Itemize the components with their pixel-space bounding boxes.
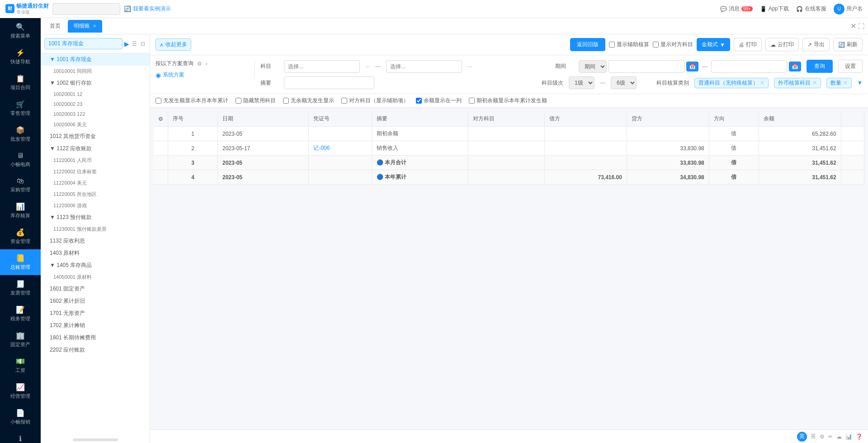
tree-item-1132[interactable]: 1132 应收利息	[41, 235, 150, 247]
panel-collapse-icon[interactable]: ⊡	[140, 40, 146, 48]
btn-return-old[interactable]: 返回旧版	[570, 38, 605, 51]
tab-close-icon[interactable]: ✕	[93, 24, 96, 29]
sidebar-item-retail[interactable]: 🛒 零售管理	[0, 95, 41, 121]
window-expand-btn[interactable]: ⛶	[858, 23, 864, 30]
tree-item-1123[interactable]: ▼ 1123 预付账款	[41, 211, 150, 224]
online-service-btn[interactable]: 🎧 在线客服	[796, 5, 826, 13]
opt-balance-col-label[interactable]: 余额显示在一列	[416, 97, 462, 105]
checkbox-opposite-label[interactable]: 显示对方科目	[653, 41, 693, 48]
opt-opening[interactable]	[469, 98, 475, 104]
opt-opening-label[interactable]: 期初余额显示本年累计发生额	[469, 97, 547, 105]
period-end-input[interactable]: 2023-05	[711, 60, 787, 73]
period-calendar-icon[interactable]: 📅	[686, 62, 698, 71]
user-menu[interactable]: U 用户名	[834, 4, 863, 14]
tree-item-1801[interactable]: 1801 长期待摊费用	[41, 332, 150, 344]
sidebar-item-accounting[interactable]: 📒 总账管理	[0, 249, 41, 275]
btn-refresh[interactable]: 🔄 刷新	[833, 38, 863, 51]
tree-item-1122[interactable]: ▼ 1122 应收账款	[41, 143, 150, 155]
tree-item-14050001[interactable]: 14050001 原材料	[41, 272, 150, 283]
tree-item-10020006[interactable]: 10020006 美元	[41, 119, 150, 130]
tree-item-11220001[interactable]: 11220001 人民币	[41, 155, 150, 166]
top-search-input[interactable]	[52, 3, 120, 15]
opt-hide-disabled-label[interactable]: 隐藏禁用科目	[236, 97, 276, 105]
status-cloud-item[interactable]: ☁	[836, 433, 842, 440]
sidebar-item-shortcut[interactable]: ⚡ 快捷导航	[0, 44, 41, 70]
tree-item-1701[interactable]: 1701 无形资产	[41, 307, 150, 319]
opt-hide-disabled[interactable]	[236, 98, 241, 104]
status-settings-item[interactable]: ⚙	[820, 433, 825, 440]
filter-toggle-btn[interactable]: ∧ 收起更多	[156, 38, 191, 51]
scheme-collapse-icon[interactable]: ‹	[206, 61, 208, 67]
sidebar-item-finance[interactable]: 💰 资金管理	[0, 224, 41, 249]
cell-voucher-2[interactable]: 记-006	[309, 141, 372, 156]
sidebar-item-purchase[interactable]: 🛍 采购管理	[0, 172, 41, 198]
notifications-btn[interactable]: 💬 消息 99+	[720, 5, 753, 13]
opt-opposite[interactable]	[341, 98, 347, 104]
btn-amount-type[interactable]: 金额式 ▼	[697, 38, 730, 51]
period-end-calendar-icon[interactable]: 📅	[789, 62, 801, 71]
scheme-settings-icon[interactable]: ⚙	[197, 61, 202, 67]
tree-item-11220002[interactable]: 11220002 往来标签	[41, 166, 150, 177]
col-settings[interactable]: ⚙	[154, 111, 168, 127]
tree-item-2202[interactable]: 2202 应付账款	[41, 344, 150, 356]
category-more-icon[interactable]: ▼	[857, 80, 863, 86]
tree-item-11220006[interactable]: 11220006 游戏	[41, 200, 150, 211]
tree-item-11230001[interactable]: 11230001 预付账款差异	[41, 224, 131, 235]
status-chart-item[interactable]: 📊	[845, 433, 852, 440]
period-start-input[interactable]: 2023-05	[609, 60, 684, 73]
opt-no-occurrence-label[interactable]: 无发生额显示本月本年累计	[156, 97, 228, 105]
tree-item-10020002[interactable]: 10020002 23	[41, 99, 150, 109]
tag-normal-close[interactable]: ✕	[760, 80, 764, 86]
tree-item-1405[interactable]: ▼ 1405 库存商品	[41, 259, 150, 272]
tree-item-1012[interactable]: 1012 其他货币资金	[41, 130, 150, 143]
sidebar-item-inventory[interactable]: 📊 库存核算	[0, 198, 41, 224]
lang-btn[interactable]: 英	[797, 432, 807, 442]
status-help-item[interactable]: ❓	[856, 433, 863, 440]
btn-query[interactable]: 查询	[807, 60, 833, 73]
status-lang-item[interactable]: 英	[811, 433, 816, 440]
tree-item-10020001[interactable]: 10020001 12	[41, 89, 150, 99]
subject-end-input[interactable]	[386, 60, 462, 73]
sidebar-item-salary[interactable]: 💵 工资	[0, 352, 41, 378]
tag-qty-close[interactable]: ✕	[843, 80, 848, 86]
sidebar-item-assets[interactable]: 🏢 固定资产	[0, 327, 41, 352]
tag-foreign-close[interactable]: ✕	[812, 80, 817, 86]
status-edit-item[interactable]: ✏	[828, 433, 833, 440]
tab-mingxi[interactable]: 明细账 ✕	[68, 20, 102, 33]
tree-item-1601[interactable]: 1601 固定资产	[41, 283, 150, 295]
sidebar-item-tax[interactable]: 📝 税务管理	[0, 301, 41, 327]
tree-item-11220005[interactable]: 11220005 所在地区	[41, 189, 150, 200]
period-type-select[interactable]: 期间	[579, 60, 607, 73]
sidebar-item-ecommerce[interactable]: 🖥 小畅电商	[0, 147, 41, 172]
sidebar-item-project[interactable]: 📋 项目合同	[0, 70, 41, 95]
level-end-select[interactable]: 6级	[611, 76, 637, 89]
tree-item-10020003[interactable]: 10020003 122	[41, 109, 150, 119]
panel-list-icon[interactable]: ☰	[131, 40, 138, 48]
nav-right-arrow[interactable]: ▶	[124, 40, 129, 48]
tree-item-1002[interactable]: ▼ 1002 银行存款	[41, 77, 150, 89]
tree-item-1702[interactable]: 1702 累计摊销	[41, 319, 150, 332]
opt-no-occurrence[interactable]	[156, 98, 161, 104]
scheme-option[interactable]: ◉ 系统方案	[156, 71, 249, 79]
sidebar-item-basic[interactable]: ℹ 基础信息	[0, 430, 41, 443]
sidebar-item-wholesale[interactable]: 📦 批发管理	[0, 121, 41, 147]
btn-print[interactable]: 🖨 打印	[734, 38, 762, 51]
window-close-btn[interactable]: ✕	[850, 22, 856, 30]
opt-no-balance[interactable]	[283, 98, 289, 104]
tab-home[interactable]: 首页	[44, 22, 66, 30]
tree-item-1001[interactable]: ▼ 1001 库存现金	[41, 53, 150, 66]
btn-cloud-print[interactable]: ☁ 云打印	[765, 38, 799, 51]
btn-export[interactable]: ↗ 导出	[802, 38, 830, 51]
sidebar-item-search[interactable]: 🔍 搜索菜单	[0, 18, 41, 44]
tree-item-1602[interactable]: 1602 累计折旧	[41, 295, 150, 307]
tree-item-11220004[interactable]: 11220004 美元	[41, 177, 150, 189]
subject-more-icon[interactable]: ···	[365, 63, 370, 70]
btn-setting[interactable]: 设置	[838, 60, 863, 73]
level-start-select[interactable]: 1级	[569, 76, 594, 89]
app-download-btn[interactable]: 📱 App下载	[760, 5, 789, 13]
summary-input[interactable]	[284, 76, 374, 89]
demo-link[interactable]: 🔄 我要看实例演示	[124, 5, 171, 13]
voucher-link-2[interactable]: 记-006	[313, 145, 330, 151]
tree-scrollbar[interactable]	[73, 438, 118, 441]
opt-no-balance-label[interactable]: 无余额无发生显示	[283, 97, 334, 105]
